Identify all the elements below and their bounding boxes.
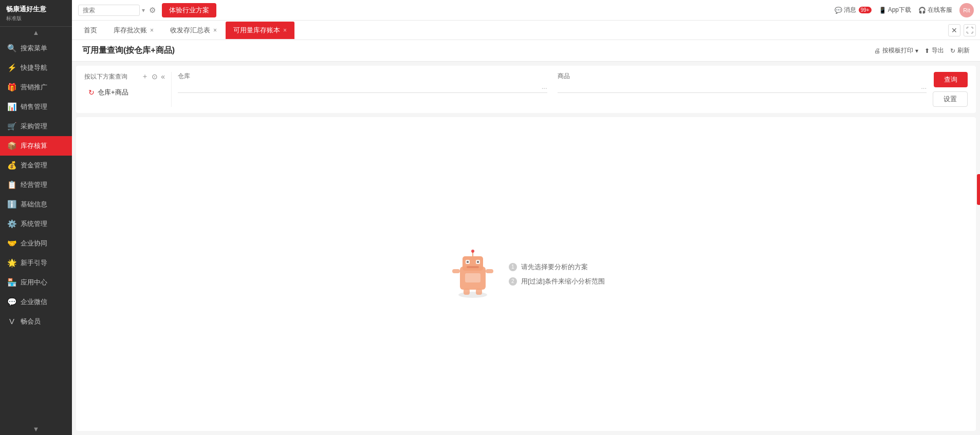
- sidebar-item-quick-nav[interactable]: ⚡快捷导航: [0, 58, 72, 78]
- tab-home[interactable]: 首页: [76, 22, 105, 39]
- settings-btn[interactable]: 设置: [933, 91, 968, 107]
- headset-icon: 🎧: [918, 7, 926, 14]
- filter-fields: 仓库 ... 商品 ...: [178, 72, 927, 107]
- sidebar-item-search[interactable]: 🔍搜索菜单: [0, 39, 72, 58]
- sidebar-label-basic: 基础信息: [21, 200, 65, 209]
- print-label: 按模板打印: [882, 46, 913, 55]
- empty-robot-illustration: [447, 249, 498, 300]
- refresh-label: 刷新: [957, 46, 970, 55]
- scheme-item-label: 仓库+商品: [98, 88, 128, 97]
- sidebar-item-corp[interactable]: 🤝企业协同: [0, 234, 72, 253]
- svg-rect-13: [476, 289, 482, 295]
- message-label: 消息: [844, 6, 856, 14]
- sidebar-icon-sales: 📊: [7, 102, 16, 111]
- topbar-search: ▾: [78, 5, 145, 16]
- warehouse-more-btn[interactable]: ...: [542, 83, 547, 90]
- print-btn[interactable]: 🖨 按模板打印 ▾: [874, 46, 918, 55]
- print-icon: 🖨: [874, 47, 880, 54]
- sidebar-label-sales: 销售管理: [21, 102, 65, 111]
- refresh-icon: ↻: [950, 47, 955, 54]
- scheme-item-warehouse-product[interactable]: ↻ 仓库+商品: [84, 85, 165, 100]
- sidebar-icon-member: V: [7, 317, 16, 326]
- sidebar-item-system[interactable]: ⚙️系统管理: [0, 214, 72, 234]
- warehouse-input[interactable]: [178, 83, 539, 90]
- sidebar-label-wechat: 企业微信: [21, 297, 65, 307]
- filter-row: 仓库 ... 商品 ...: [178, 72, 927, 93]
- scheme-panel: 按以下方案查询 ＋ ⊙ « ↻ 仓库+商品: [84, 72, 172, 107]
- avatar[interactable]: Rit: [959, 3, 974, 17]
- empty-tips: 1 请先选择要分析的方案 2 用[过滤]条件来缩小分析范围: [509, 262, 605, 286]
- sidebar-item-newbie[interactable]: 🌟新手引导: [0, 253, 72, 273]
- warehouse-label: 仓库: [178, 72, 547, 81]
- tab-receive-summary[interactable]: 收发存汇总表×: [162, 22, 225, 39]
- collapse-scheme-btn[interactable]: «: [161, 72, 165, 81]
- sidebar-item-basic[interactable]: ℹ️基础信息: [0, 195, 72, 214]
- sidebar-item-marketing[interactable]: 🎁营销推广: [0, 78, 72, 97]
- tab-close-batch-ledger[interactable]: ×: [150, 27, 154, 34]
- sidebar-item-member[interactable]: V畅会员: [0, 312, 72, 331]
- main-area: ▾ ⚙ 体验行业方案 💬 消息 99+ 📱 App下载 🎧 在线客服 Rit: [72, 0, 980, 435]
- tab-close-available-stock[interactable]: ×: [283, 27, 287, 34]
- svg-point-9: [471, 250, 474, 253]
- product-field: 商品 ...: [558, 72, 927, 93]
- sidebar-label-newbie: 新手引导: [21, 258, 65, 268]
- page-content: 可用量查询(按仓库+商品) 🖨 按模板打印 ▾ ⬆ 导出 ↻ 刷新: [72, 40, 980, 435]
- avatar-text: Rit: [963, 7, 970, 13]
- sidebar-label-purchase: 采购管理: [21, 122, 65, 131]
- page-header-actions: 🖨 按模板打印 ▾ ⬆ 导出 ↻ 刷新: [874, 46, 970, 55]
- tab-batch-ledger[interactable]: 库存批次账×: [106, 22, 161, 39]
- sidebar-icon-basic: ℹ️: [7, 200, 16, 209]
- tip-text-1: 请先选择要分析的方案: [521, 262, 588, 272]
- manage-scheme-btn[interactable]: ⊙: [152, 72, 158, 81]
- tip-num-2: 2: [509, 277, 517, 286]
- sidebar-label-marketing: 营销推广: [21, 83, 65, 92]
- query-btn[interactable]: 查询: [934, 72, 968, 87]
- search-input[interactable]: [78, 5, 140, 16]
- trial-btn[interactable]: 体验行业方案: [162, 3, 216, 17]
- sidebar-icon-newbie: 🌟: [7, 258, 16, 268]
- scroll-down-btn[interactable]: ▼: [0, 423, 72, 435]
- sidebar-item-operation[interactable]: 📋经营管理: [0, 175, 72, 195]
- sidebar-item-purchase[interactable]: 🛒采购管理: [0, 117, 72, 136]
- sidebar-icon-finance: 💰: [7, 161, 16, 170]
- customer-service-btn[interactable]: 🎧 在线客服: [918, 6, 952, 14]
- tab-label-batch-ledger: 库存批次账: [114, 26, 147, 35]
- close-tab-btn[interactable]: ✕: [948, 24, 960, 36]
- add-scheme-btn[interactable]: ＋: [141, 72, 149, 81]
- sidebar-icon-marketing: 🎁: [7, 83, 16, 92]
- tab-label-available-stock: 可用量库存账本: [233, 26, 280, 35]
- message-btn[interactable]: 💬 消息 99+: [835, 6, 872, 14]
- sidebar-label-system: 系统管理: [21, 219, 65, 229]
- app-download-btn[interactable]: 📱 App下载: [879, 6, 911, 14]
- page-header: 可用量查询(按仓库+商品) 🖨 按模板打印 ▾ ⬆ 导出 ↻ 刷新: [72, 40, 980, 62]
- sidebar-item-wechat[interactable]: 💬企业微信: [0, 292, 72, 312]
- sidebar: 畅康通好生意 标准版 ▲ 🔍搜索菜单⚡快捷导航🎁营销推广📊销售管理🛒采购管理📦库…: [0, 0, 72, 435]
- sidebar-item-appstore[interactable]: 🏪应用中心: [0, 273, 72, 292]
- tab-available-stock[interactable]: 可用量库存账本×: [226, 22, 294, 39]
- sidebar-label-inventory: 库存核算: [21, 141, 65, 150]
- svg-rect-10: [452, 269, 460, 273]
- export-btn[interactable]: ⬆ 导出: [924, 46, 944, 55]
- scheme-refresh-icon: ↻: [88, 88, 95, 97]
- gear-icon[interactable]: ⚙: [149, 6, 156, 15]
- product-input[interactable]: [558, 83, 918, 90]
- scroll-up-btn[interactable]: ▲: [0, 27, 72, 39]
- tip-num-1: 1: [509, 263, 517, 271]
- warehouse-field: 仓库 ...: [178, 72, 547, 93]
- print-dropdown-icon[interactable]: ▾: [915, 47, 918, 54]
- phone-icon: 📱: [879, 7, 886, 14]
- empty-tip-2: 2 用[过滤]条件来缩小分析范围: [509, 277, 605, 286]
- empty-state: 1 请先选择要分析的方案 2 用[过滤]条件来缩小分析范围: [76, 117, 976, 431]
- empty-inner: 1 请先选择要分析的方案 2 用[过滤]条件来缩小分析范围: [447, 249, 605, 300]
- message-badge: 99+: [859, 7, 872, 13]
- sidebar-item-inventory[interactable]: 📦库存核算: [0, 136, 72, 156]
- product-more-btn[interactable]: ...: [921, 83, 927, 90]
- sidebar-item-finance[interactable]: 💰资金管理: [0, 156, 72, 175]
- tab-close-receive-summary[interactable]: ×: [213, 27, 217, 34]
- sidebar-item-sales[interactable]: 📊销售管理: [0, 97, 72, 117]
- filter-area: 按以下方案查询 ＋ ⊙ « ↻ 仓库+商品 仓库 ..: [76, 66, 976, 113]
- search-dropdown-icon[interactable]: ▾: [142, 7, 145, 14]
- sidebar-header: 畅康通好生意 标准版: [0, 0, 72, 27]
- refresh-btn[interactable]: ↻ 刷新: [950, 46, 970, 55]
- maximize-tab-btn[interactable]: ⛶: [964, 24, 976, 36]
